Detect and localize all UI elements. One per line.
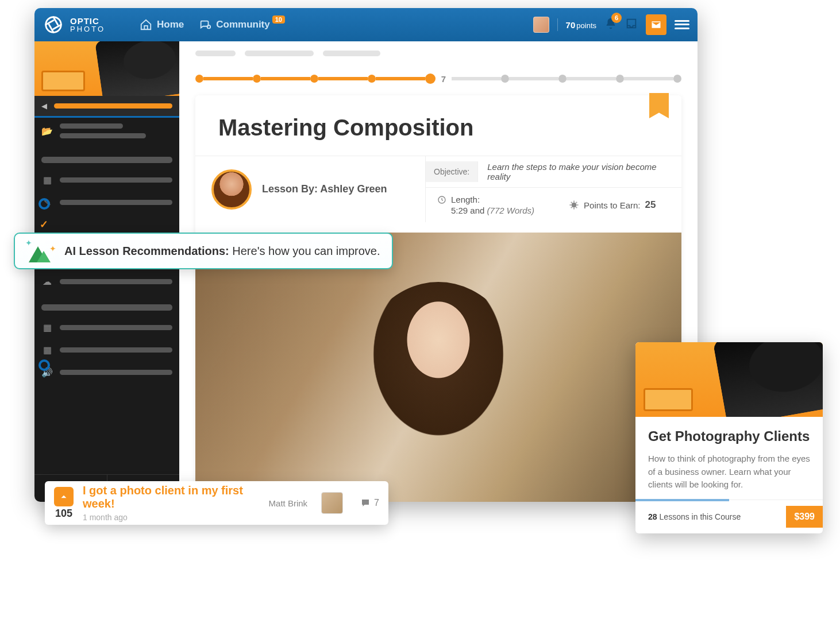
reply-count[interactable]: 7	[360, 498, 379, 508]
lesson-card: Mastering Composition Lesson By: Ashley …	[195, 95, 681, 502]
upvote-count: 105	[55, 508, 72, 520]
svg-point-1	[207, 25, 211, 28]
tray-icon	[625, 17, 638, 30]
menu-button[interactable]	[675, 17, 689, 32]
main-content: 7 Mastering Composition Lesson By: Ashle…	[179, 41, 698, 502]
lesson-meta: Lesson By: Ashley Green Objective: Learn…	[195, 156, 681, 222]
sidebar-folder[interactable]: 📂	[34, 118, 179, 144]
course-sidebar: ◀ 📂 ▦ ✎ ▦ ☁ ▦ ▦ 🔊	[34, 41, 179, 502]
notifications-button[interactable]: 6	[604, 17, 617, 32]
course-lesson-count: 28	[648, 512, 657, 521]
sidebar-section-1[interactable]	[34, 151, 179, 169]
aperture-icon	[43, 14, 64, 36]
sidebar-item-edit[interactable]: ✎	[34, 191, 179, 214]
envelope-icon	[650, 19, 662, 30]
ai-title: AI Lesson Recommendations:	[64, 245, 232, 257]
user-avatar[interactable]	[533, 17, 549, 33]
timeline-remaining: 7	[441, 74, 446, 84]
comment-title: I got a photo client in my first week!	[83, 484, 260, 510]
comment-card[interactable]: 105 I got a photo client in my first wee…	[45, 481, 388, 525]
sidebar-item-video-3[interactable]: ▦	[34, 316, 179, 339]
folder-icon: 📂	[41, 126, 53, 137]
comment-time: 1 month ago	[83, 513, 260, 522]
objective-row: Objective: Learn the steps to make your …	[426, 156, 681, 188]
brand-line2: PHOTO	[70, 25, 105, 33]
chat-icon	[199, 18, 211, 31]
sidebar-section-2[interactable]	[34, 299, 179, 316]
video-icon: ▦	[41, 175, 53, 185]
lesson-title: Mastering Composition	[195, 95, 681, 156]
nav-home-label: Home	[157, 19, 184, 30]
speech-bubble-icon	[360, 498, 371, 508]
instructor-avatar[interactable]	[211, 169, 252, 210]
course-hero-image	[635, 342, 823, 417]
comment-author: Matt Brink	[269, 498, 308, 508]
topbar: OPTICPHOTO Home Community 10 70points 6	[34, 8, 698, 41]
svg-point-3	[572, 203, 577, 208]
lesson-by: Lesson By: Ashley Green	[262, 183, 387, 195]
breadcrumb	[179, 41, 698, 56]
svg-point-0	[46, 17, 61, 33]
sidebar-back[interactable]: ◀	[34, 96, 179, 118]
chevron-left-icon: ◀	[41, 102, 47, 110]
inbox-button[interactable]	[625, 17, 638, 32]
upvote-button[interactable]	[54, 487, 74, 506]
messages-button[interactable]	[646, 14, 666, 35]
course-description: How to think of photography from the eye…	[648, 452, 810, 491]
home-icon	[140, 18, 152, 31]
ai-sparkle-icon: ✦✦	[26, 239, 55, 262]
community-badge: 10	[272, 16, 285, 24]
nav-community[interactable]: Community 10	[199, 18, 285, 31]
course-progress-bar	[635, 499, 729, 501]
pencil-icon: ✎	[41, 197, 53, 208]
primary-nav: Home Community 10	[140, 18, 285, 31]
clock-icon	[437, 195, 446, 204]
objective-label: Objective:	[426, 161, 478, 182]
progress-timeline[interactable]: 7	[179, 56, 698, 95]
badge-icon	[569, 200, 579, 210]
course-lesson-label: Lessons in this Course	[660, 512, 741, 521]
ai-recommendation-banner[interactable]: ✦✦ AI Lesson Recommendations: Here's how…	[14, 233, 393, 269]
video-icon: ▦	[41, 322, 53, 333]
points-stat: Points to Earn: 25	[569, 195, 656, 215]
ai-subtitle: Here's how you can improve.	[232, 245, 380, 257]
notification-count: 6	[611, 13, 622, 23]
sidebar-item-audio[interactable]: 🔊	[34, 361, 179, 384]
topbar-right: 70points 6	[533, 14, 689, 35]
nav-community-label: Community	[216, 19, 270, 30]
comment-author-avatar[interactable]	[321, 492, 343, 514]
course-price: $399	[786, 506, 823, 528]
course-title: Get Photography Clients	[648, 428, 810, 444]
points-display[interactable]: 70points	[566, 20, 596, 30]
brand-logo[interactable]: OPTICPHOTO	[43, 14, 105, 36]
sidebar-hero-image	[34, 41, 179, 96]
objective-text: Learn the steps to make your vision beco…	[478, 156, 681, 187]
nav-home[interactable]: Home	[140, 18, 184, 31]
sidebar-item-video-1[interactable]: ▦	[34, 169, 179, 191]
speaker-icon: 🔊	[41, 367, 53, 378]
chevron-up-icon	[59, 491, 69, 502]
cloud-download-icon: ☁	[41, 276, 53, 287]
sidebar-item-video-4[interactable]: ▦	[34, 339, 179, 361]
lesson-hero-image	[195, 233, 681, 502]
length-stat: Length: 5:29 and (772 Words)	[437, 195, 534, 215]
course-footer: 28Lessons in this Course $399	[635, 500, 823, 533]
sidebar-item-download[interactable]: ☁	[34, 270, 179, 293]
video-icon: ▦	[41, 345, 53, 355]
course-card[interactable]: Get Photography Clients How to think of …	[635, 342, 823, 533]
